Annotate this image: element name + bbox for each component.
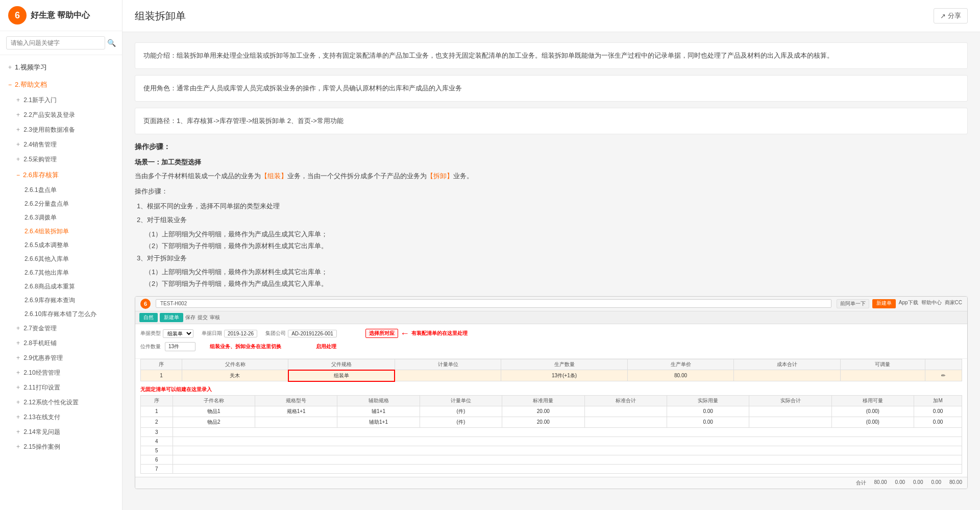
callout-assembly-label: 选择所对应 — [365, 329, 398, 338]
bcell-seq: 2 — [141, 417, 173, 427]
footer-val-2: 0.00 — [895, 479, 905, 487]
page-title: 组装拆卸单 — [135, 9, 186, 23]
bcell-act-total — [749, 406, 831, 417]
callout-no-template-text: 无固定清单可以组建在这里录入 — [140, 386, 212, 392]
scene1-title: 场景一：加工类型选择 — [135, 158, 968, 167]
bcell-act-qty: 0.00 — [667, 406, 749, 417]
bcell-empty — [173, 455, 962, 464]
collapse-icon: − — [16, 172, 20, 179]
callout-enable-text: 启用处理 — [316, 343, 336, 350]
sidebar-item-finance[interactable]: + 2.7资金管理 — [16, 321, 122, 336]
field-value-date[interactable]: 2019-12-26 — [224, 330, 257, 337]
table-row: 3 — [141, 427, 962, 436]
sidebar-item-purchase[interactable]: + 2.5采购管理 — [16, 152, 122, 167]
field-value-no[interactable]: AD-20191226-001 — [288, 330, 337, 337]
main-header: 组装拆卸单 ↗ 分享 — [122, 0, 980, 32]
search-icon[interactable]: 🔍 — [107, 39, 116, 47]
sidebar-item-cases[interactable]: + 2.15操作案例 — [16, 440, 122, 454]
arrow-icon: ← — [400, 328, 409, 339]
role-text: 使用角色：通常由生产人员或库管人员完成拆装业务的操作，库管人员确认原材料的出库和… — [143, 84, 462, 92]
bcol-std-qty: 标准用量 — [502, 395, 584, 406]
sidebar-item-inventory[interactable]: − 2.6库存核算 — [16, 167, 122, 183]
share-icon: ↗ — [940, 12, 946, 20]
cell-avail — [840, 370, 925, 381]
sidebar-item-stock-query[interactable]: 2.6.9库存账本查询 — [24, 294, 122, 307]
form-field-date: 单据日期 2019-12-26 — [202, 330, 257, 337]
nav-icon-save[interactable]: 保存 — [185, 314, 195, 321]
sidebar-item-assembly[interactable]: 2.6.4组装拆卸单 — [24, 225, 122, 238]
field-label-type: 单据类型 — [140, 330, 161, 337]
sidebar-item-prepare[interactable]: + 2.3使用前数据准备 — [16, 123, 122, 137]
sidebar-item-coupon[interactable]: + 2.9优惠券管理 — [16, 351, 122, 366]
nav-icon-submit[interactable]: 提交 — [198, 314, 208, 321]
tab-natural[interactable]: 自然 — [139, 313, 158, 322]
bcol-unit: 计量单位 — [420, 395, 502, 406]
feature-block: 功能介绍：组装拆卸单用来处理企业组装或拆卸等加工业务，支持有固定装配清单的产品加… — [135, 42, 968, 69]
field-select-type[interactable]: 组装单 拆卸单 — [163, 329, 193, 338]
sidebar-item-faq[interactable]: + 2.14常见问题 — [16, 425, 122, 440]
app-nav-bar: 自然 新建单 保存 提交 审核 — [135, 311, 967, 324]
logo-area: 6 好生意 帮助中心 — [0, 0, 122, 31]
app-icon-help: 帮助中心 — [921, 299, 942, 308]
scene1-desc: 当由多个子件材料组装成一个成品的业务为【组装】业务，当由一个父件拆分成多个子产品… — [135, 170, 968, 182]
sidebar-item-system[interactable]: + 2.12系统个性化设置 — [16, 395, 122, 410]
field-value-qty[interactable]: 13件 — [165, 342, 195, 351]
bcell-name: 物品1 — [173, 406, 255, 417]
sidebar-item-other-in[interactable]: 2.6.6其他入库单 — [24, 252, 122, 266]
bcol-act-qty: 实际用量 — [667, 395, 749, 406]
sidebar-item-video[interactable]: + 1.视频学习 — [0, 59, 122, 76]
step-2-2: （2）下部明细为子件明细，最终作为原材料生成其它出库单。 — [135, 240, 968, 252]
main-content: 组装拆卸单 ↗ 分享 功能介绍：组装拆卸单用来处理企业组装或拆卸等加工业务，支持… — [122, 0, 980, 510]
btn-prev[interactable]: 前阿单一下 — [837, 299, 869, 308]
sidebar-item-other-out[interactable]: 2.6.7其他出库单 — [24, 266, 122, 280]
sidebar-item-stock-check[interactable]: 2.6.1盘点单 — [24, 183, 122, 197]
sidebar-item-online-pay[interactable]: + 2.13在线支付 — [16, 410, 122, 425]
app-bottom-table: 序 子件名称 规格型号 辅助规格 计量单位 标准用量 标准合计 实际用量 实际合… — [140, 395, 962, 474]
sidebar-item-beginner[interactable]: + 2.1新手入门 — [16, 93, 122, 108]
sidebar-item-operation[interactable]: + 2.10经营管理 — [16, 366, 122, 380]
app-logo: 6 — [140, 299, 151, 309]
bcol-name: 子件名称 — [173, 395, 255, 406]
search-input[interactable] — [6, 36, 105, 50]
sidebar-item-print[interactable]: + 2.11打印设置 — [16, 380, 122, 395]
bcell-std-total — [584, 417, 667, 427]
sidebar-item-docs[interactable]: − 2.帮助文档 — [0, 77, 122, 93]
share-button[interactable]: ↗ 分享 — [934, 8, 968, 23]
bcell-unit: (件) — [420, 406, 502, 417]
cell-unit — [395, 370, 501, 381]
bcol-m: 加M — [914, 395, 962, 406]
sidebar-item-install[interactable]: + 2.2产品安装及登录 — [16, 108, 122, 123]
callout-no-template: 无固定清单可以组建在这里录入 — [135, 385, 967, 394]
sidebar-item-transfer[interactable]: 2.6.3调拨单 — [24, 211, 122, 225]
step-3-2: （2）下部明细为子件明细，最终作为产成品生成其它入库单。 — [135, 278, 968, 289]
footer-val-5: 80.00 — [949, 479, 962, 487]
nav-icon-review[interactable]: 审核 — [210, 314, 220, 321]
bcell-aux: 辅1+1 — [337, 406, 420, 417]
app-screenshot: 6 TEST-H002 前阿单一下 新建单 App下载 帮助中心 商家CC 自然… — [135, 296, 968, 489]
sidebar-item-sales[interactable]: + 2.4销售管理 — [16, 137, 122, 152]
col-unit: 计量单位 — [395, 359, 501, 370]
sidebar-item-account-error[interactable]: 2.6.10库存账本错了怎么办 — [24, 307, 122, 321]
sidebar-item-partial-check[interactable]: 2.6.2分量盘点单 — [24, 197, 122, 211]
sidebar-item-mobile[interactable]: + 2.8手机旺铺 — [16, 336, 122, 351]
field-label-qty: 位件数量 — [140, 343, 161, 350]
sidebar-item-cost-adjust[interactable]: 2.6.5成本调整单 — [24, 238, 122, 252]
btn-new[interactable]: 新建单 — [872, 299, 896, 308]
app-top-buttons: 前阿单一下 新建单 App下载 帮助中心 商家CC — [837, 299, 962, 308]
cell-edit[interactable]: ✏ — [925, 370, 962, 381]
bcell-moved: (0.00) — [831, 406, 914, 417]
bcol-moved: 移用可量 — [831, 395, 914, 406]
path-text: 页面路径：1、库存核算->库存管理->组装拆卸单 2、首页->常用功能 — [143, 117, 344, 125]
bottom-table-body: 1 物品1 规格1+1 辅1+1 (件) 20.00 0.00 (0.00) — [141, 406, 962, 473]
app-top-table-area: 序 父件名称 父件规格 计量单位 生产数量 生产单价 成本合计 可调量 — [135, 359, 967, 385]
tab-new[interactable]: 新建单 — [160, 313, 183, 322]
sidebar-item-label: 2.帮助文档 — [15, 80, 47, 89]
search-area: 🔍 — [0, 31, 122, 55]
app-bottom-table-area: 序 子件名称 规格型号 辅助规格 计量单位 标准用量 标准合计 实际用量 实际合… — [135, 395, 967, 477]
col-qty: 生产数量 — [501, 359, 628, 370]
top-table-body: 1 关木 组装单 13件(+1条) 80.00 ✏ — [141, 370, 962, 381]
collapse-icon: − — [8, 81, 12, 88]
bcell-spec — [255, 417, 337, 427]
sidebar-item-goods-cost[interactable]: 2.6.8商品成本重算 — [24, 280, 122, 294]
sidebar-item-label: 2.6库存核算 — [23, 171, 59, 180]
